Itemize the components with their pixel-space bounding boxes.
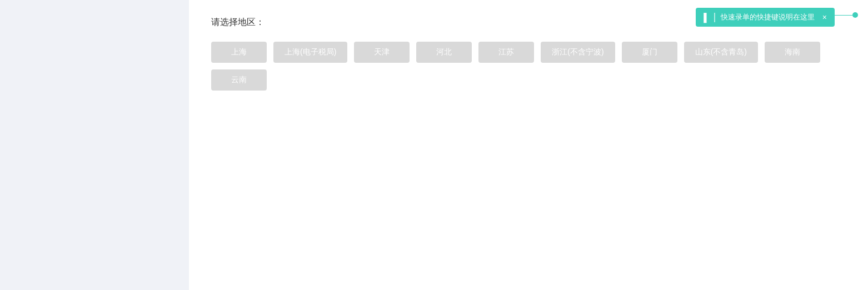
dot-indicator xyxy=(852,12,858,18)
region-button-zhejiang[interactable]: 浙江(不含宁波) xyxy=(541,42,615,63)
region-button-yunnan[interactable]: 云南 xyxy=(211,69,267,91)
region-button-jiangsu[interactable]: 江苏 xyxy=(478,42,534,63)
connector-line xyxy=(830,15,852,16)
region-buttons-container: 上海上海(电子税局)天津河北江苏浙江(不含宁波)厦门山东(不含青岛)海南云南 xyxy=(211,42,846,91)
tooltip-close-button[interactable]: × xyxy=(822,13,827,22)
tooltip-bar: ▌ 快速录单的快捷键说明在这里 × xyxy=(696,8,835,27)
main-content: 请选择地区： 上海上海(电子税局)天津河北江苏浙江(不含宁波)厦门山东(不含青岛… xyxy=(189,0,868,290)
region-button-hebei[interactable]: 河北 xyxy=(416,42,472,63)
region-button-tianjin[interactable]: 天津 xyxy=(354,42,410,63)
region-button-shanghai-etax[interactable]: 上海(电子税局) xyxy=(273,42,347,63)
tooltip-icon: ▌ xyxy=(704,13,715,22)
region-button-shandong[interactable]: 山东(不含青岛) xyxy=(684,42,758,63)
tooltip-text: 快速录单的快捷键说明在这里 xyxy=(721,12,815,22)
region-button-shanghai[interactable]: 上海 xyxy=(211,42,267,63)
region-button-xiamen[interactable]: 厦门 xyxy=(622,42,677,63)
region-button-hainan[interactable]: 海南 xyxy=(765,42,820,63)
left-sidebar xyxy=(0,0,189,290)
